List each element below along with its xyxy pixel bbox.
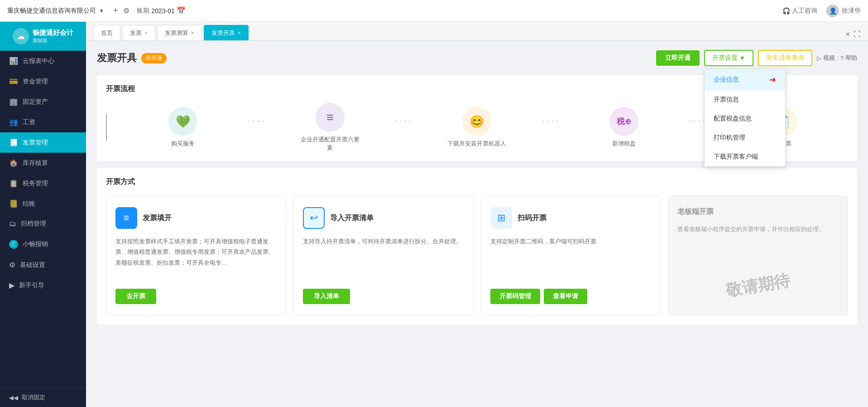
user-info[interactable]: 👤 徐泽华	[826, 5, 861, 17]
boss-title: 老板端开票	[677, 207, 714, 217]
user-avatar: 👤	[826, 5, 839, 17]
tab-expand-btn[interactable]: ⛶	[854, 30, 861, 39]
scan-icon: ⊞	[490, 207, 512, 229]
fill-icon: ≡	[115, 207, 137, 229]
dropdown-menu: 企业信息 ➜ 开票信息 配置税盘信息 打印机管理	[704, 69, 786, 167]
logo-icon: ☁	[13, 28, 29, 44]
status-badge: 待开通	[141, 53, 167, 63]
config-step-label: 企业开通配置开票六要素	[301, 136, 360, 152]
sidebar-item-finance[interactable]: 💳 资金管理	[0, 71, 86, 92]
tab-close-btn[interactable]: ×	[846, 30, 850, 39]
boss-overlay-text: 敬请期待	[724, 269, 792, 302]
flow-step-config: ≡ 企业开通配置开票六要素	[265, 103, 395, 152]
sidebar-item-guide[interactable]: ▶ 新手引导	[0, 275, 86, 296]
chevron-icon: ▼	[739, 54, 746, 62]
flow-step-download: 😊 下载并安装开票机器人	[412, 107, 542, 148]
scan-apply-btn[interactable]: 查看申请	[544, 289, 587, 304]
support-btn[interactable]: 🎧 人工咨询	[782, 7, 817, 15]
tab-calc-close[interactable]: ×	[191, 30, 194, 36]
flow-vertical-separator	[106, 114, 107, 141]
add-company-btn[interactable]: +	[111, 6, 120, 15]
sidebar-item-accounting[interactable]: 📒 结账	[0, 194, 86, 214]
logo-title: 畅捷通好会计	[33, 29, 73, 37]
page-header: 发票开具 待开通 立即开通 开票设置 ▼ 企业信息	[97, 50, 857, 66]
settings-icon2: ⚙	[9, 261, 15, 269]
sidebar-item-invoice[interactable]: 🧾 发票管理	[0, 132, 86, 153]
sidebar-item-tax[interactable]: 📋 税务管理	[0, 173, 86, 194]
settings-btn-label: 开票设置	[712, 54, 738, 62]
tab-calc-label: 发票测算	[165, 29, 188, 37]
sidebar-item-reports[interactable]: 📊 云报表中心	[0, 51, 86, 71]
sidebar-bottom[interactable]: ◀◀ 取消固定	[0, 388, 86, 407]
sidebar-item-inventory[interactable]: 🏠 库存核算	[0, 153, 86, 173]
method-card-scan: ⊞ 扫码开票 支持定制开票二维码，客户端可扫码开票 开票码管理 查看申请	[481, 196, 661, 315]
activate-btn[interactable]: 立即开通	[656, 50, 700, 66]
period-label: 账期	[137, 7, 149, 15]
flow-step-buy: 💚 购买服务	[118, 107, 248, 148]
accounting-icon: 📒	[9, 199, 18, 208]
flow-step-add-tax: 税⊕ 新增税盘	[559, 107, 689, 148]
methods-section-title: 开票方式	[106, 177, 848, 187]
guide-icon: ▶	[9, 281, 14, 290]
config-step-icon: ≡	[326, 110, 334, 125]
finance-icon: 💳	[9, 77, 18, 86]
buy-step-icon: 💚	[176, 115, 190, 129]
red-arrow-icon: ➜	[769, 75, 776, 85]
sidebar-logo: ☁ 畅捷通好会计 旗舰版	[0, 22, 86, 51]
fill-title: 发票填开	[143, 213, 172, 223]
settings-btn[interactable]: 开票设置 ▼	[704, 50, 754, 66]
video-btn[interactable]: 视频	[823, 54, 835, 62]
tax-icon: 📋	[9, 179, 18, 188]
import-title: 导入开票清单	[330, 213, 374, 223]
chevron-down-icon: ▼	[99, 8, 104, 14]
calendar-icon[interactable]: 📅	[177, 6, 186, 15]
tab-invoice[interactable]: 发票 ×	[122, 25, 155, 40]
import-icon: ↩	[303, 207, 325, 229]
method-card-import: ↩ 导入开票清单 支持导入待开票清单，可对待开票清单进行拆分、合并处理。 导入清…	[293, 196, 474, 315]
sidebar-item-payroll[interactable]: 👥 工资	[0, 112, 86, 132]
tab-invoice-close[interactable]: ×	[144, 30, 148, 36]
sidebar-item-settings[interactable]: ⚙ 基础设置	[0, 255, 86, 275]
dropdown-item-download[interactable]: 下载开票客户端	[705, 147, 785, 166]
dropdown-item-invoice-info[interactable]: 开票信息	[705, 90, 785, 109]
sidebar-item-assets[interactable]: 🏢 固定资产	[0, 92, 86, 112]
fill-btn[interactable]: 去开票	[115, 289, 156, 304]
method-card-fill: ≡ 发票填开 支持按照发票样式手工填开发票；可开具增值税电子普通发票、增值税普通…	[106, 196, 286, 315]
sidebar-item-archive[interactable]: 🗂 归档管理	[0, 214, 86, 234]
tab-home[interactable]: 首页	[93, 25, 120, 40]
tab-open-label: 发票开具	[211, 29, 235, 37]
play-icon: ▷	[817, 55, 821, 62]
user-name: 徐泽华	[842, 7, 861, 15]
headphone-icon: 🎧	[782, 7, 790, 15]
bottom-label: 取消固定	[22, 393, 45, 402]
page-content: 发票开具 待开通 立即开通 开票设置 ▼ 企业信息	[86, 41, 868, 407]
download-step-label: 下载并安装开票机器人	[447, 140, 506, 148]
help-btn[interactable]: 帮助	[845, 54, 857, 62]
fill-desc: 支持按照发票样式手工填开发票；可开具增值税电子普通发票、增值税普通发票、增值税专…	[115, 236, 277, 281]
scan-code-btn[interactable]: 开票码管理	[490, 289, 540, 304]
sidebar-item-expense[interactable]: C 小畅报销	[0, 234, 86, 255]
archive-icon: 🗂	[9, 220, 16, 228]
company-selector[interactable]: 重庆畅捷交通信息咨询有限公司 ▼	[7, 7, 104, 15]
tab-bar: 首页 发票 × 发票测算 × 发票开具 × × ⛶	[86, 22, 868, 41]
methods-section: 开票方式 ≡ 发票填开 支持按照发票样式手工填开发票；可开具增值税电子普通发票、…	[97, 168, 857, 325]
tab-open-close[interactable]: ×	[238, 30, 241, 36]
scan-title: 扫码开票	[518, 213, 547, 223]
sidebar: ☁ 畅捷通好会计 旗舰版 📊 云报表中心 💳 资金管理 🏢 固定资产 👥	[0, 22, 86, 407]
tax-step-icon: 税⊕	[617, 116, 631, 127]
settings-icon[interactable]: ⚙	[123, 6, 129, 15]
abnormal-btn[interactable]: 异常清单查询	[758, 50, 812, 66]
expense-icon: C	[9, 240, 18, 249]
tab-invoice-label: 发票	[130, 29, 142, 37]
reports-icon: 📊	[9, 57, 18, 65]
tab-invoice-open[interactable]: 发票开具 ×	[204, 25, 249, 40]
download-step-icon: 😊	[470, 115, 484, 129]
dropdown-item-company[interactable]: 企业信息 ➜	[705, 69, 785, 90]
dropdown-item-tax-config[interactable]: 配置税盘信息	[705, 109, 785, 128]
dropdown-item-printer[interactable]: 打印机管理	[705, 128, 785, 147]
support-label: 人工咨询	[792, 7, 817, 15]
method-card-boss: 老板端开票 查看老板端小程序提交的开票申请，并作出相应的处理。 敬请期待	[668, 196, 848, 315]
scan-desc: 支持定制开票二维码，客户端可扫码开票	[490, 236, 652, 281]
import-btn[interactable]: 导入清单	[303, 289, 350, 304]
tab-invoice-calc[interactable]: 发票测算 ×	[157, 25, 202, 40]
